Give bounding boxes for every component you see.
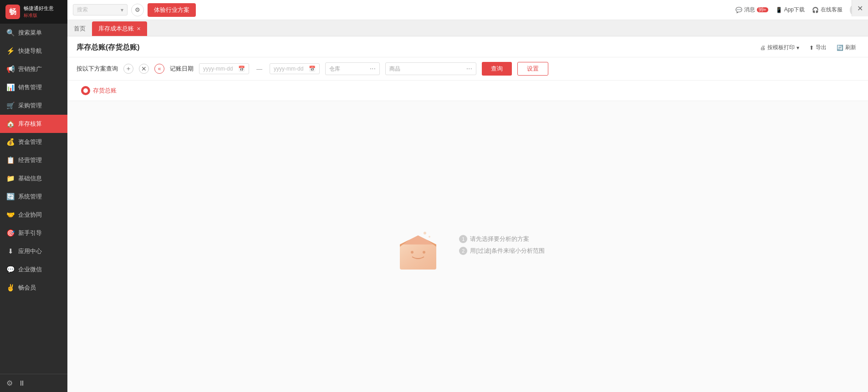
svg-point-9 [423, 251, 425, 254]
sidebar-item-label: 库存核算 [18, 120, 42, 128]
svg-point-7 [429, 236, 430, 238]
date-separator: — [256, 66, 262, 72]
sidebar-item-basic[interactable]: 📁 基础信息 [0, 169, 67, 188]
folder-icon: 📁 [6, 174, 15, 183]
sidebar-item-label: 企业协同 [18, 211, 42, 219]
sidebar-item-label: 搜索菜单 [18, 29, 42, 37]
export-icon: ⬆ [809, 45, 814, 51]
sidebar-item-member[interactable]: ✌ 畅会员 [0, 279, 67, 297]
sidebar-item-label: 经营管理 [18, 156, 42, 164]
app-download-button[interactable]: 📱 App下载 [776, 6, 805, 14]
panel-close-button[interactable]: ✕ [852, 0, 868, 16]
filter-remove-button[interactable]: ✕ [139, 64, 149, 74]
breadcrumb[interactable]: 搜索 ▾ [73, 4, 128, 15]
member-icon: ✌ [6, 284, 15, 292]
breadcrumb-text: 搜索 [77, 6, 88, 14]
filter-add-button[interactable]: ＋ [123, 64, 133, 74]
sidebar-item-search[interactable]: 🔍 搜索菜单 [0, 24, 67, 42]
messages-badge: 99+ [757, 7, 768, 12]
calendar-end-icon: 📅 [309, 66, 316, 72]
logo-sub: 标准版 [24, 12, 54, 19]
date-start-input[interactable]: yyyy-mm-dd 📅 [199, 63, 249, 74]
sidebar-item-finance[interactable]: 💰 资金管理 [0, 133, 67, 151]
goods-select[interactable]: 商品 ··· [385, 62, 476, 75]
app-download-label: App下载 [784, 6, 805, 14]
hint1-text: 请先选择要分析的方案 [470, 235, 529, 243]
sidebar-bottom: ⚙ ⏸ [0, 374, 67, 392]
tab-home-label: 首页 [74, 25, 86, 33]
inventory-ledger-tab[interactable]: 存货总账 [77, 84, 121, 97]
goods-more-icon: ··· [466, 65, 472, 73]
online-service-button[interactable]: 🎧 在线客服 [812, 6, 842, 14]
refresh-icon: 🔄 [837, 45, 843, 51]
enterprise-icon: 🤝 [6, 211, 15, 219]
main-area: 搜索 ▾ ⚙ 体验行业方案 💬 消息 99+ 📱 App下载 🎧 在线客服 Ri… [67, 0, 868, 392]
warehouse-select[interactable]: 仓库 ··· [325, 62, 380, 75]
query-button[interactable]: 查询 [482, 62, 512, 76]
date-field-label: 记账日期 [170, 65, 194, 73]
filter-settings-button[interactable]: 设置 [517, 62, 548, 76]
inventory-ledger-label: 存货总账 [93, 87, 117, 95]
tab-close-icon[interactable]: ✕ [137, 26, 141, 32]
sidebar-item-appstore[interactable]: ⬇ 应用中心 [0, 242, 67, 260]
sidebar-item-quicknav[interactable]: ⚡ 快捷导航 [0, 42, 67, 60]
filter-collapse-button[interactable]: « [154, 64, 164, 74]
messages-button[interactable]: 💬 消息 99+ [735, 6, 768, 14]
tab-home[interactable]: 首页 [67, 21, 92, 36]
warehouse-more-icon: ··· [370, 65, 376, 73]
sidebar-item-inventory[interactable]: 🏠 库存核算 [0, 115, 67, 133]
print-button[interactable]: 🖨 按模板打印 ▾ [757, 42, 802, 53]
sidebar-item-label: 销售管理 [18, 83, 42, 92]
empty-hint-1: 1 请先选择要分析的方案 [459, 235, 544, 243]
sidebar-item-enterprise[interactable]: 🤝 企业协同 [0, 206, 67, 224]
headset-icon: 🎧 [812, 7, 819, 13]
logo-icon: 畅 [5, 5, 20, 19]
sidebar-item-label: 应用中心 [18, 247, 42, 255]
industry-solution-button[interactable]: 体验行业方案 [148, 3, 196, 17]
topbar-settings-button[interactable]: ⚙ [131, 4, 144, 16]
sidebar-item-label: 资金管理 [18, 138, 42, 146]
sidebar-item-marketing[interactable]: 📢 营销推广 [0, 60, 67, 78]
chart-icon: 📊 [6, 83, 15, 92]
calendar-icon: 📅 [238, 66, 245, 72]
appstore-icon: ⬇ [6, 247, 15, 255]
sidebar-item-label: 营销推广 [18, 65, 42, 73]
refresh-button[interactable]: 🔄 刷新 [834, 42, 859, 53]
date-end-input[interactable]: yyyy-mm-dd 📅 [270, 63, 320, 74]
empty-hint-2: 2 用[过滤]条件来缩小分析范围 [459, 247, 544, 255]
filter-row: 按以下方案查询 ＋ ✕ « 记账日期 yyyy-mm-dd 📅 — yyyy-m… [77, 62, 859, 76]
print-label: 按模板打印 [767, 44, 795, 51]
export-button[interactable]: ⬆ 导出 [807, 42, 829, 53]
empty-box-svg [391, 219, 445, 274]
filter-label: 按以下方案查询 [77, 65, 118, 73]
message-icon: 💬 [735, 7, 742, 13]
sidebar-item-label: 畅会员 [18, 284, 36, 292]
sidebar-item-wechat[interactable]: 💬 企业微信 [0, 260, 67, 279]
sidebar: 畅 畅捷通好生意 标准版 🔍 搜索菜单 ⚡ 快捷导航 📢 营销推广 📊 销售管理… [0, 0, 67, 392]
tab-inventory-ledger[interactable]: 库存成本总账 ✕ [92, 21, 147, 36]
sidebar-item-operation[interactable]: 📋 经营管理 [0, 151, 67, 169]
inventory-icon: 🏠 [6, 120, 15, 128]
empty-content: 1 请先选择要分析的方案 2 用[过滤]条件来缩小分析范围 [391, 219, 544, 274]
refresh-label: 刷新 [845, 44, 856, 51]
sidebar-item-system[interactable]: 🔄 系统管理 [0, 188, 67, 206]
settings-gear-icon[interactable]: ⚙ [6, 379, 13, 387]
sidebar-item-label: 快捷导航 [18, 47, 42, 55]
step2-badge: 2 [459, 247, 467, 255]
print-chevron-icon: ▾ [797, 45, 799, 51]
sub-filter-bar: 存货总账 [67, 81, 868, 101]
svg-point-6 [424, 232, 426, 234]
tab-inventory-label: 库存成本总账 [98, 25, 134, 33]
sidebar-item-purchase[interactable]: 🛒 采购管理 [0, 97, 67, 115]
sidebar-item-newbie[interactable]: 🎯 新手引导 [0, 224, 67, 242]
messages-label: 消息 [744, 6, 755, 14]
collapse-icon[interactable]: ⏸ [18, 379, 26, 387]
operation-icon: 📋 [6, 156, 15, 164]
step1-badge: 1 [459, 235, 467, 243]
sidebar-item-sales[interactable]: 📊 销售管理 [0, 78, 67, 97]
sidebar-item-label: 新手引导 [18, 229, 42, 237]
svg-point-0 [83, 88, 88, 93]
svg-point-8 [411, 251, 414, 254]
megaphone-icon: 📢 [6, 65, 15, 73]
cart-icon: 🛒 [6, 102, 15, 110]
